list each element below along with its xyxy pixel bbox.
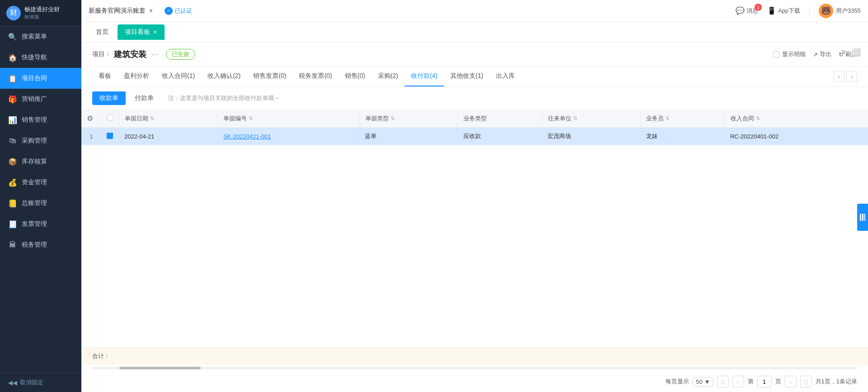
tab-project-board[interactable]: 项目看板 ✕ <box>118 24 165 40</box>
account-chevron-icon[interactable]: ▼ <box>148 8 154 14</box>
cell-num: 1 <box>81 128 101 145</box>
cell-number[interactable]: SK-20220421-001 <box>218 128 359 145</box>
sub-tab-sales-invoice[interactable]: 销售发票(0) <box>247 67 292 86</box>
cell-income-contract: RC-20220401-002 <box>725 128 868 145</box>
select-all-checkbox[interactable] <box>107 115 113 121</box>
cell-checkbox[interactable] <box>101 128 119 145</box>
sidebar-item-purchase[interactable]: 🛍 采购管理 <box>0 130 81 151</box>
main-content: 新服务官网演示账套 ▼ ✓ 已认证 💬 消息 1 📱 App下载 🐻 用户335… <box>81 0 868 392</box>
tab-next-arrow[interactable]: › <box>846 71 857 82</box>
top-header: 新服务官网演示账套 ▼ ✓ 已认证 💬 消息 1 📱 App下载 🐻 用户335… <box>81 0 868 22</box>
sub-tab-purchase[interactable]: 采购(2) <box>372 67 405 86</box>
page-number-input[interactable] <box>757 376 772 387</box>
settings-icon[interactable]: ⚙ <box>87 115 93 122</box>
last-page-icon: ⟩⟩ <box>804 378 808 385</box>
scroll-track <box>92 367 857 369</box>
scroll-thumb[interactable] <box>119 367 201 369</box>
scrollbar-area <box>81 365 868 371</box>
col-settings: ⚙ <box>81 110 101 128</box>
sidebar-item-funds[interactable]: 💰 资金管理 <box>0 172 81 193</box>
sub-tab-tax-invoice[interactable]: 税务发票(0) <box>292 67 338 86</box>
user-avatar: 🐻 <box>819 4 833 18</box>
show-detail-checkbox[interactable]: 显示明细 <box>773 50 806 58</box>
subsub-tab-receipt-form[interactable]: 收款单 <box>92 91 126 105</box>
sidebar-item-tax[interactable]: 🏛 税务管理 <box>0 234 81 255</box>
header-divider <box>809 6 810 15</box>
sort-type-icon[interactable]: ⇅ <box>391 115 395 121</box>
maximize-window-button[interactable]: ⬜ <box>852 48 861 57</box>
sidebar-item-project-contract[interactable]: 📋 项目合同 <box>0 68 81 89</box>
first-page-button[interactable]: ⟨⟨ <box>717 376 729 387</box>
sidebar-item-inventory[interactable]: 📦 库存核算 <box>0 151 81 172</box>
header-actions: 💬 消息 1 📱 App下载 🐻 用户3355 <box>736 4 861 18</box>
contract-icon: 📋 <box>8 74 17 83</box>
home-icon: 🏠 <box>8 53 17 62</box>
sidebar-item-invoice-mgmt[interactable]: 🧾 发票管理 <box>0 214 81 234</box>
sub-tab-profit-analysis[interactable]: 盈利分析 <box>118 67 156 86</box>
tab-arrows: ‹ › <box>834 71 857 82</box>
pagination: 每页显示 50 ▼ ⟨⟨ ‹ 第 页 › ⟩⟩ 共1页，1条记录 <box>81 371 868 392</box>
search-icon: 🔍 <box>8 32 17 41</box>
col-checkbox <box>101 110 119 128</box>
row-checkbox[interactable] <box>107 133 113 139</box>
sidebar-item-search[interactable]: 🔍 搜索菜单 <box>0 26 81 47</box>
tab-close-icon[interactable]: ✕ <box>153 29 157 35</box>
subsub-tab-bar: 收款单 付款单 注：这里是与项目关联的全部收付款单哦～ <box>81 87 868 110</box>
close-window-button[interactable]: ✕ <box>840 48 846 57</box>
first-page-icon: ⟨⟨ <box>721 378 725 385</box>
sub-tab-income-confirm[interactable]: 收入确认(2) <box>201 67 247 86</box>
sidebar-menu: 🔍 搜索菜单 🏠 快捷导航 📋 项目合同 🎁 营销推广 📊 销售管理 🛍 采购管… <box>0 26 81 373</box>
project-status-badge: 已生效 <box>166 49 195 60</box>
next-page-button[interactable]: › <box>785 376 797 387</box>
sidebar-item-sales[interactable]: 📊 销售管理 <box>0 110 81 130</box>
sub-tab-sales[interactable]: 销售(0) <box>339 67 372 86</box>
subsub-tab-payment-form[interactable]: 付款单 <box>127 91 161 105</box>
page-size-select[interactable]: 50 ▼ <box>693 377 713 387</box>
project-label: 项目： <box>92 50 111 58</box>
sort-partner-icon[interactable]: ⇅ <box>573 115 577 121</box>
sub-tab-in-out[interactable]: 出入库 <box>490 67 521 86</box>
sort-date-icon[interactable]: ⇅ <box>150 115 154 121</box>
user-profile-button[interactable]: 🐻 用户3355 <box>819 4 861 18</box>
data-table: ⚙ 单据日期 ⇅ 单据编号 <box>81 110 868 145</box>
account-name[interactable]: 新服务官网演示账套 <box>89 7 146 15</box>
phone-icon: 📱 <box>767 6 776 15</box>
sidebar-item-quick-nav[interactable]: 🏠 快捷导航 <box>0 47 81 68</box>
right-panel-toggle[interactable] <box>857 204 868 231</box>
sub-tab-receipt[interactable]: 收付款(4) <box>405 67 444 86</box>
sub-tab-income-contract[interactable]: 收入合同(1) <box>156 67 201 86</box>
sidebar-item-ledger[interactable]: 📒 总账管理 <box>0 193 81 214</box>
window-controls: ✕ ⬜ <box>840 48 861 57</box>
svg-rect-2 <box>864 214 865 221</box>
col-type: 单据类型 ⇅ <box>359 110 458 128</box>
app-download-button[interactable]: 📱 App下载 <box>767 6 800 15</box>
inventory-icon: 📦 <box>8 157 17 166</box>
project-menu-button[interactable]: ··· <box>152 50 159 59</box>
sidebar: 财 畅捷通好业财 标准版 🔍 搜索菜单 🏠 快捷导航 📋 项目合同 🎁 营销推广… <box>0 0 81 392</box>
sales-icon: 📊 <box>8 115 17 124</box>
tab-bar: 首页 项目看板 ✕ <box>81 22 868 43</box>
prev-page-icon: ‹ <box>737 378 739 385</box>
col-number: 单据编号 ⇅ <box>218 110 359 128</box>
sort-income-contract-icon[interactable]: ⇅ <box>756 115 760 121</box>
chevron-down-icon: ▼ <box>704 378 710 385</box>
table-row[interactable]: 1 2022-04-21 SK-20220421-001 蓝单 应收款 宏茂商场… <box>81 128 868 145</box>
tab-prev-arrow[interactable]: ‹ <box>834 71 844 82</box>
cell-date: 2022-04-21 <box>119 128 218 145</box>
sub-tab-other-income[interactable]: 其他收支(1) <box>444 67 490 86</box>
last-page-button[interactable]: ⟩⟩ <box>800 376 812 387</box>
page-label: 第 <box>748 378 754 386</box>
sub-tab-kanban[interactable]: 看板 <box>92 67 118 86</box>
message-icon: 💬 <box>736 6 745 15</box>
export-button[interactable]: ↗ 导出 <box>813 50 831 58</box>
tab-home[interactable]: 首页 <box>89 24 116 40</box>
sort-salesperson-icon[interactable]: ⇅ <box>665 115 670 121</box>
cell-type: 蓝单 <box>359 128 458 145</box>
col-salesperson: 业务员 ⇅ <box>641 110 725 128</box>
sidebar-item-marketing[interactable]: 🎁 营销推广 <box>0 89 81 110</box>
sort-number-icon[interactable]: ⇅ <box>249 115 253 121</box>
project-name: 建筑安装 <box>114 49 146 60</box>
sidebar-pin-toggle[interactable]: ◀◀ 取消固定 <box>0 373 81 392</box>
message-button[interactable]: 💬 消息 1 <box>736 6 758 15</box>
prev-page-button[interactable]: ‹ <box>732 376 744 387</box>
